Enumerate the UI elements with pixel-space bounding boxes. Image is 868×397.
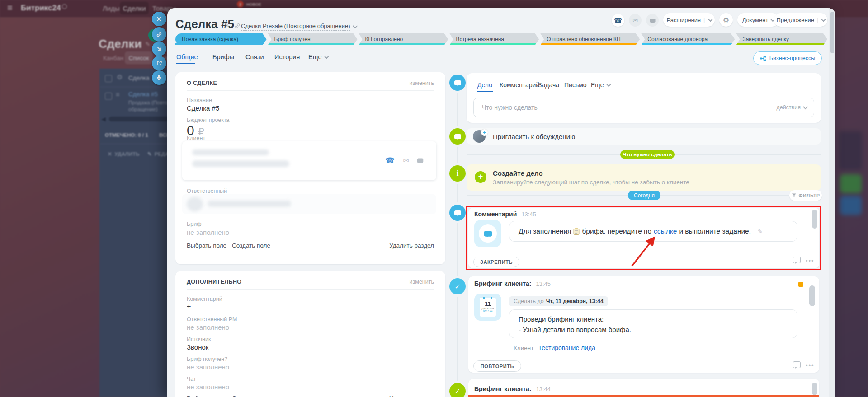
document-button[interactable]: Документ [737,13,779,27]
print-button[interactable] [152,70,166,85]
section-title: О СДЕЛКЕ [187,80,217,86]
field-label: Название [187,97,212,103]
deal-slider: Сделка #5 ✎ Сделки Presale (Повторное об… [167,8,835,397]
tab-briefs[interactable]: Брифы [212,53,234,61]
source-value[interactable]: Звонок [187,343,208,351]
composer-input[interactable]: Что нужно сделать действия [473,98,814,117]
tab-history[interactable]: История [274,53,300,61]
task-record-card-partial: Брифинг клиента: 13:44 [468,379,819,397]
select-field-link[interactable]: Выбрать поле [187,395,226,397]
status-indicator [798,282,803,287]
tab-relations[interactable]: Связи [245,53,264,61]
email-button[interactable]: ✉ [629,14,642,27]
avatar-placeholder [812,383,817,395]
pipeline-stages: Новая заявка (сделка) Бриф получен КП от… [175,33,827,45]
client-chat-icon[interactable] [417,158,424,163]
pin-button[interactable]: ЗАКРЕПИТЬ [473,257,519,267]
client-email-icon[interactable]: ✉ [403,156,409,165]
deal-name-value[interactable]: Сделка #5 [187,104,219,112]
field-label: Источник [187,336,211,342]
business-process-button[interactable]: Бизнес-процессы [753,51,822,65]
composer-tab-mail[interactable]: Письмо [564,81,587,89]
stage-brief-received[interactable]: Бриф получен [268,33,358,45]
create-activity-subtitle: Запланируйте следующий шаг по сделке, чт… [493,179,689,186]
filter-button[interactable]: ФИЛЬТР [789,190,822,201]
deal-link-icon[interactable] [234,23,241,31]
composer-tab-activity[interactable]: Дело [477,81,492,89]
create-field-link[interactable]: Создать поле [232,242,270,249]
composer-tab-task[interactable]: Задача [538,81,559,89]
add-comment-icon[interactable] [793,257,801,263]
todo-badge: Что нужно сделать [620,150,675,159]
client-link[interactable]: Тестирование лида [538,344,595,351]
arrow-down-right-icon [156,46,162,52]
modal-scrollbar-thumb[interactable] [830,12,834,53]
delete-section-link[interactable]: Удалить раздел [389,242,434,249]
comment-record-card: Комментарий 13:45 Для заполнения брифа, … [468,208,819,268]
record-time: 13:44 [536,386,551,392]
repeat-button[interactable]: ПОВТОРИТЬ [473,360,521,372]
edit-deal-title-icon[interactable]: ✎ [224,22,230,29]
composer-tab-underline [477,91,493,92]
responsible-box[interactable] [182,194,436,214]
tab-more[interactable]: Еще [308,53,328,61]
brief-received-value[interactable]: не заполнено [187,363,229,371]
stage-kp-sent[interactable]: КП отправлено [359,33,448,45]
chevron-down-icon [606,82,611,87]
stage-updated-kp-sent[interactable]: Отправлено обновленное КП [540,33,640,45]
comment-text-1: Для заполнения [519,227,571,235]
comment-link[interactable]: ссылке [654,227,677,235]
envelope-icon: ✉ [632,17,638,24]
record-time: 13:45 [521,211,536,218]
create-field-link[interactable]: Создать поле [232,395,270,397]
comment-add-value[interactable]: + [187,303,191,311]
stage-meeting-scheduled[interactable]: Встреча назначена [449,33,539,45]
responsible-pm-value[interactable]: не заполнено [187,323,229,331]
delete-section-link[interactable]: Удалить раздел [389,395,434,397]
avatar-placeholder [809,285,815,306]
brief-value[interactable]: не заполнено [187,229,229,236]
stage-new-request[interactable]: Новая заявка (сделка) [175,33,267,45]
section-edit-link[interactable]: изменить [410,80,434,86]
responsible-name-redacted [208,201,291,207]
add-activity-plus-icon: + [475,171,486,183]
composer-actions-dropdown[interactable]: действия [776,104,807,111]
chat-button[interactable] [646,14,659,27]
invite-row[interactable]: + Пригласить к обсуждению [467,128,821,145]
record-kind: Брифинг клиента: [474,385,531,392]
comment-type-icon [474,220,501,247]
field-label: Ответственный PM [187,316,237,322]
timeline-line [457,72,458,397]
chevron-down-icon [352,23,357,28]
composer-tab-comment[interactable]: Комментарий [500,81,539,89]
open-new-window-button[interactable] [152,56,166,70]
more-actions-icon[interactable]: ••• [806,257,815,264]
call-button[interactable]: ☎ [612,14,624,27]
edit-comment-icon[interactable]: ✎ [758,228,763,235]
create-activity-card[interactable]: + Создайте дело Запланируйте следующий ш… [467,164,821,191]
more-actions-icon[interactable]: ••• [806,362,815,369]
avatar-placeholder [812,210,817,229]
chat-field-value[interactable]: не заполнено [187,383,229,391]
client-call-icon[interactable]: ☎ [385,156,395,165]
tab-general[interactable]: Общие [176,53,198,61]
responsible-avatar-redacted [187,197,203,211]
settings-button[interactable]: ⚙ [719,13,733,27]
add-comment-icon[interactable] [793,361,801,368]
timeline-info-icon: i [449,165,466,182]
offer-button[interactable]: Предложение | [774,13,827,27]
today-badge[interactable]: Сегодня [628,191,660,200]
extensions-button[interactable]: Расширения | [663,13,715,27]
timeline-comment-icon [449,128,466,145]
client-box[interactable]: ☎ ✉ [182,141,436,180]
minimize-button[interactable] [152,42,166,56]
close-slider-button[interactable] [152,12,166,26]
stage-close-deal[interactable]: Завершить сделку [736,33,827,45]
client-name-redacted [192,149,269,155]
stage-contract-approval[interactable]: Согласование договора [641,33,735,45]
select-field-link[interactable]: Выбрать поле [187,242,226,249]
pipeline-selector[interactable]: Сделки Presale (Повторное обращение) [241,23,356,31]
section-edit-link[interactable]: изменить [410,279,434,285]
composer-tab-more[interactable]: Еще [591,81,610,89]
copy-link-button[interactable] [152,27,166,42]
